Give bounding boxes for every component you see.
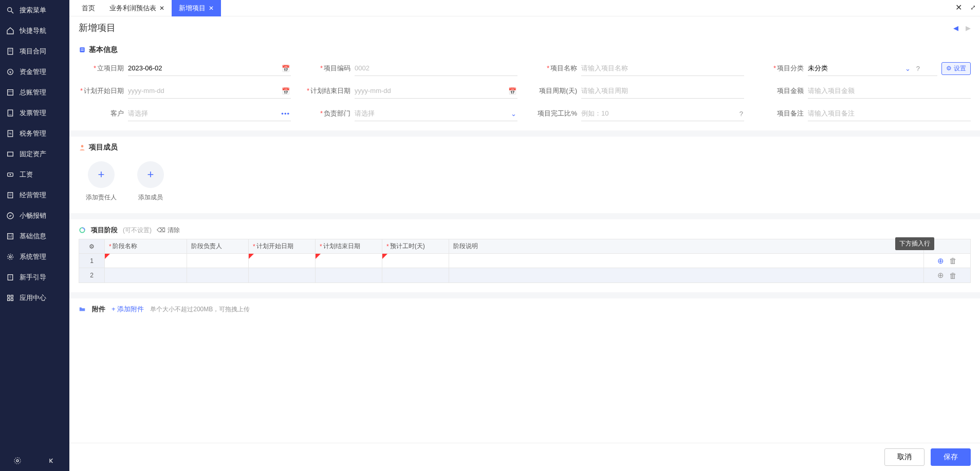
sidebar-item-ledger[interactable]: 总账管理: [0, 82, 69, 103]
col-stage-name: 阶段名称: [113, 242, 137, 251]
add-member-button[interactable]: + 添加成员: [137, 161, 164, 202]
cell-desc[interactable]: [449, 268, 924, 282]
fullscreen-button[interactable]: ⤢: [966, 0, 980, 14]
dept-select[interactable]: [355, 106, 517, 121]
sidebar-item-tax[interactable]: % 税务管理: [0, 123, 69, 144]
sidebar-label: 小畅报销: [20, 211, 46, 220]
table-settings-button[interactable]: ⚙: [79, 239, 105, 253]
save-button[interactable]: 保存: [931, 448, 971, 466]
stage-icon: [79, 227, 86, 234]
project-code-input[interactable]: [355, 61, 517, 76]
sidebar-item-home[interactable]: 快捷导航: [0, 21, 69, 41]
add-owner-button[interactable]: + 添加责任人: [86, 161, 117, 202]
prev-record-button[interactable]: ◀: [953, 24, 958, 32]
section-title: 项目阶段: [91, 225, 118, 235]
footer: 取消 保存: [69, 443, 980, 471]
table-row[interactable]: 2 ⊕🗑: [79, 268, 970, 282]
project-name-input[interactable]: [581, 61, 744, 76]
sidebar-item-salary[interactable]: 工资: [0, 164, 69, 185]
cell-desc[interactable]: [449, 254, 924, 268]
cell-plan-start[interactable]: [249, 268, 316, 282]
next-record-button[interactable]: ▶: [966, 24, 971, 32]
customer-select[interactable]: [128, 106, 291, 121]
gear-icon: ⚙: [89, 243, 95, 250]
sidebar-item-guide[interactable]: 新手引导: [0, 267, 69, 288]
svg-line-1: [11, 11, 13, 13]
sidebar-item-baseinfo[interactable]: 基础信息: [0, 226, 69, 247]
settings-icon[interactable]: [13, 457, 22, 465]
category-setting-button[interactable]: ⚙设置: [941, 62, 971, 75]
sidebar-label: 资金管理: [20, 67, 46, 77]
sidebar-label: 搜索菜单: [20, 6, 46, 15]
sidebar-item-reimburse[interactable]: 小畅报销: [0, 205, 69, 226]
sidebar-item-invoice[interactable]: 发票管理: [0, 103, 69, 123]
sidebar-item-project-contract[interactable]: 项目合同: [0, 41, 69, 62]
sidebar-item-appcenter[interactable]: 应用中心: [0, 288, 69, 308]
svg-rect-15: [8, 193, 12, 198]
insert-row-icon[interactable]: ⊕: [937, 271, 944, 280]
calendar-icon[interactable]: 📅: [282, 87, 290, 95]
close-button[interactable]: ✕: [951, 0, 966, 14]
more-icon[interactable]: •••: [281, 110, 290, 118]
cell-hours[interactable]: [382, 268, 449, 282]
delete-row-icon[interactable]: 🗑: [949, 271, 957, 280]
col-plan-start: 计划开始日期: [256, 242, 293, 251]
section-attachments: 附件 + 添加附件 单个大小不超过200MB，可拖拽上传: [69, 298, 980, 443]
asset-icon: [6, 150, 14, 158]
clear-button[interactable]: ⌫清除: [157, 226, 180, 235]
sidebar-item-system[interactable]: 系统管理: [0, 247, 69, 267]
doc-icon: [6, 47, 14, 55]
svg-point-35: [81, 145, 84, 147]
calendar-icon[interactable]: 📅: [508, 87, 516, 95]
chevron-down-icon[interactable]: ⌄: [905, 65, 911, 72]
add-attachment-button[interactable]: + 添加附件: [112, 305, 144, 314]
cell-plan-end[interactable]: [316, 254, 382, 268]
col-desc: 阶段说明: [453, 242, 478, 251]
calendar-icon[interactable]: 📅: [282, 65, 290, 72]
svg-point-0: [8, 8, 12, 12]
guide-icon: [6, 273, 14, 281]
cell-stage-name[interactable]: [105, 254, 187, 268]
biz-icon: [6, 191, 14, 199]
label-customer: 客户: [110, 109, 124, 117]
plan-start-input[interactable]: [128, 83, 291, 99]
cell-stage-owner[interactable]: [187, 254, 249, 268]
label-remark: 项目备注: [777, 109, 804, 117]
delete-row-icon[interactable]: 🗑: [949, 256, 957, 265]
sidebar-item-biz[interactable]: 经营管理: [0, 185, 69, 205]
table-row[interactable]: 1 ⊕🗑: [79, 254, 970, 268]
cell-plan-start[interactable]: [249, 254, 316, 268]
help-icon[interactable]: ?: [916, 65, 920, 72]
insert-row-icon[interactable]: ⊕: [937, 256, 944, 266]
progress-input[interactable]: [581, 106, 744, 121]
sidebar-item-fund[interactable]: ¥ 资金管理: [0, 62, 69, 82]
tabs: 首页 业务利润预估表✕ 新增项目✕: [69, 0, 980, 16]
help-icon[interactable]: ?: [739, 110, 743, 118]
sidebar-item-asset[interactable]: 固定资产: [0, 144, 69, 164]
plan-end-input[interactable]: [355, 83, 517, 99]
cell-stage-name[interactable]: [105, 268, 187, 282]
tab-new-project[interactable]: 新增项目✕: [172, 0, 221, 16]
tab-label: 业务利润预估表: [109, 0, 156, 16]
remark-input[interactable]: [808, 106, 971, 121]
cancel-button[interactable]: 取消: [884, 448, 924, 466]
collapse-icon[interactable]: [48, 457, 56, 465]
sidebar-item-search[interactable]: 搜索菜单: [0, 0, 69, 21]
cell-hours[interactable]: [382, 254, 449, 268]
cell-plan-end[interactable]: [316, 268, 382, 282]
app-icon: [6, 294, 14, 302]
tab-profit-estimate[interactable]: 业务利润预估表✕: [102, 0, 172, 16]
tax-icon: %: [6, 129, 14, 138]
tab-home[interactable]: 首页: [75, 0, 102, 16]
amount-input[interactable]: [808, 83, 971, 99]
stage-table: ⚙ *阶段名称 阶段负责人 *计划开始日期 *计划结束日期 *预计工时(天) 阶…: [79, 239, 971, 283]
close-icon[interactable]: ✕: [159, 0, 164, 16]
close-icon[interactable]: ✕: [209, 0, 214, 16]
sidebar-label: 发票管理: [20, 108, 46, 118]
project-date-input[interactable]: [128, 61, 291, 76]
folder-icon: [79, 306, 86, 313]
period-input[interactable]: [581, 83, 744, 99]
chevron-down-icon[interactable]: ⌄: [511, 110, 516, 118]
base-icon: [6, 232, 14, 240]
cell-stage-owner[interactable]: [187, 268, 249, 282]
